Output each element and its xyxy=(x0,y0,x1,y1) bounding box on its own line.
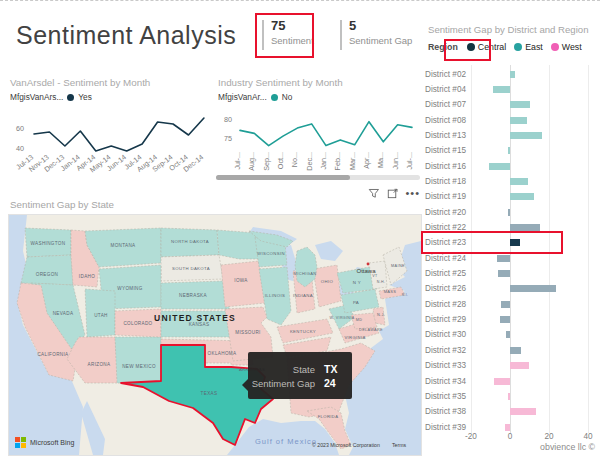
district-bar[interactable] xyxy=(505,424,510,431)
district-row[interactable]: District #30 xyxy=(420,327,600,342)
district-bar[interactable] xyxy=(508,147,510,154)
map-state-label: R.I. xyxy=(402,293,409,297)
filled-map[interactable]: WASHINGTONOREGONIDAHOMONTANANORTH DAKOTA… xyxy=(8,214,422,456)
map-state-label: N Y xyxy=(353,280,361,285)
map-state-label: NEBRASKA xyxy=(179,293,207,298)
legend-item-central[interactable]: Central xyxy=(467,42,506,52)
legend: MfgisVanAr... No xyxy=(218,92,292,102)
visual-title: VanArsdel - Sentiment by Month xyxy=(10,77,150,88)
district-row[interactable]: District #29 xyxy=(420,312,600,327)
district-row[interactable]: District #34 xyxy=(420,374,600,389)
visual-title: Industry Sentiment by Month xyxy=(218,77,343,88)
legend-field-label: MfgisVanAr... xyxy=(218,92,267,102)
page-title: Sentiment Analysis xyxy=(16,21,236,50)
state-iowa[interactable] xyxy=(221,261,265,307)
svg-text:Jul-...: Jul-... xyxy=(405,152,414,170)
map-state-label: NORTH DAKOTA xyxy=(171,239,209,244)
district-row[interactable]: District #13 xyxy=(420,128,600,143)
state-new-mexico[interactable] xyxy=(115,337,161,383)
map-state-label: MICHIGAN xyxy=(294,271,317,276)
district-bar[interactable] xyxy=(510,193,534,200)
district-bar[interactable] xyxy=(498,270,510,277)
map-state-label: VIRGINIA xyxy=(344,335,365,340)
district-row[interactable]: District #39 xyxy=(420,420,600,435)
district-bar[interactable] xyxy=(508,209,510,216)
map-state-label: WISCONSIN xyxy=(257,251,285,256)
district-row[interactable]: District #08 xyxy=(420,113,600,128)
ottawa-marker-icon xyxy=(367,263,370,266)
district-bar[interactable] xyxy=(501,301,510,308)
map-terms-link[interactable]: Terms xyxy=(392,442,407,448)
map-state-label: UTAH xyxy=(94,313,108,318)
svg-text:Ma...: Ma... xyxy=(376,152,385,168)
svg-text:Dec...: Dec... xyxy=(305,152,314,171)
district-bar[interactable] xyxy=(510,132,542,139)
district-row[interactable]: District #04 xyxy=(420,82,600,97)
map-state-label: NEW MEXICO xyxy=(122,364,156,369)
industry-line-chart[interactable]: Industry Sentiment by Month MfgisVanAr..… xyxy=(216,77,420,189)
filter-icon[interactable] xyxy=(368,187,380,200)
district-row[interactable]: District #35 xyxy=(420,389,600,404)
map-state-label: IDAHO xyxy=(79,274,95,279)
district-bar[interactable] xyxy=(510,408,536,415)
district-bar-chart[interactable]: Sentiment Gap by District and Region Reg… xyxy=(420,1,600,461)
district-bar[interactable] xyxy=(510,362,529,369)
district-bar[interactable] xyxy=(510,224,540,231)
district-row[interactable]: District #33 xyxy=(420,358,600,373)
district-label: District #28 xyxy=(420,297,466,312)
district-label: District #22 xyxy=(420,220,466,235)
district-bar[interactable] xyxy=(494,378,510,385)
map-state-label: CALIFORNIA xyxy=(37,352,69,357)
vanarsdel-line-chart[interactable]: VanArsdel - Sentiment by Month MfgisVanA… xyxy=(8,77,210,189)
district-label: District #39 xyxy=(420,420,466,435)
district-bar[interactable] xyxy=(510,347,521,354)
district-bar[interactable] xyxy=(506,331,510,338)
district-row[interactable]: District #28 xyxy=(420,297,600,312)
district-row[interactable]: District #26 xyxy=(420,281,600,296)
map-state-label: VT xyxy=(372,274,378,278)
district-row[interactable]: District #25 xyxy=(420,266,600,281)
district-bar[interactable] xyxy=(510,71,515,78)
district-bar[interactable] xyxy=(510,178,528,185)
district-bar[interactable] xyxy=(497,255,510,262)
kpi-sentiment-gap[interactable]: 5 Sentiment Gap xyxy=(340,17,420,53)
district-row[interactable]: District #20 xyxy=(420,205,600,220)
district-label: District #32 xyxy=(420,343,466,358)
district-row[interactable]: District #18 xyxy=(420,174,600,189)
district-row[interactable]: District #15 xyxy=(420,143,600,158)
district-bar[interactable] xyxy=(510,101,530,108)
district-row[interactable]: District #32 xyxy=(420,343,600,358)
focus-mode-icon[interactable] xyxy=(387,187,399,200)
legend-item-west[interactable]: West xyxy=(551,42,582,52)
district-bar[interactable] xyxy=(493,86,510,93)
vanarsdel-plot: 4060Jul-13Nov-13Dec-13Jan-14Apr-14May-14… xyxy=(8,105,210,189)
district-row[interactable]: District #22 xyxy=(420,220,600,235)
map-state-label: MONTANA xyxy=(110,243,136,248)
state-oregon[interactable] xyxy=(21,255,73,285)
map-state-label: W. VIRGINIA xyxy=(330,316,355,320)
legend-item-east[interactable]: East xyxy=(514,42,543,52)
district-bar[interactable] xyxy=(508,393,510,400)
district-row[interactable]: District #19 xyxy=(420,189,600,204)
district-row[interactable]: District #02 xyxy=(420,67,600,82)
district-label: District #24 xyxy=(420,251,466,266)
district-row[interactable]: District #16 xyxy=(420,159,600,174)
tooltip-label: Sentiment Gap xyxy=(252,378,315,389)
district-bar[interactable] xyxy=(510,285,556,292)
district-bar[interactable] xyxy=(510,117,527,124)
district-row[interactable]: District #24 xyxy=(420,251,600,266)
district-row[interactable]: District #38 xyxy=(420,404,600,419)
svg-text:No...: No... xyxy=(290,152,299,167)
more-options-icon[interactable]: ••• xyxy=(405,188,420,198)
h-scrollbar-thumb[interactable] xyxy=(216,175,350,180)
kpi-sentiment[interactable]: 75 Sentiment xyxy=(262,17,342,53)
district-row[interactable]: District #07 xyxy=(420,97,600,112)
svg-text:Feb...: Feb... xyxy=(333,152,342,170)
district-bar[interactable] xyxy=(489,163,510,170)
district-label: District #25 xyxy=(420,266,466,281)
kpi-value: 5 xyxy=(349,18,356,33)
district-bar[interactable] xyxy=(500,316,510,323)
district-row[interactable]: District #23 xyxy=(420,235,600,250)
district-bar[interactable] xyxy=(510,239,520,246)
district-label: District #30 xyxy=(420,327,466,342)
